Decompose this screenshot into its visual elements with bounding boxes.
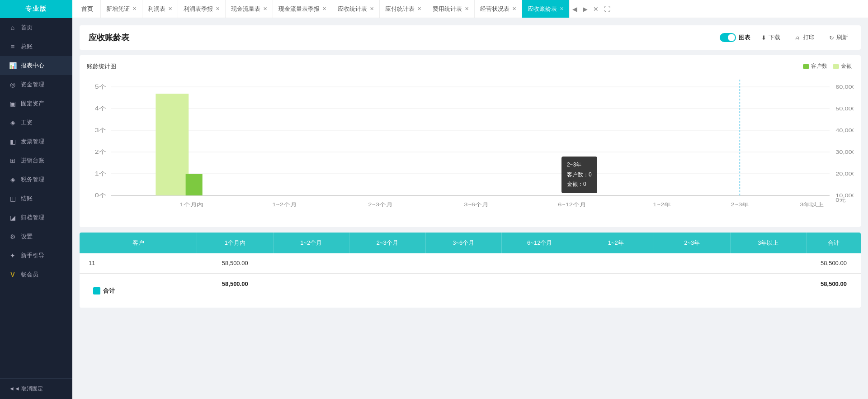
capital-icon: ◎ [9, 81, 16, 88]
legend-customers-color [803, 64, 809, 69]
tab-nav-prev[interactable]: ◀ [570, 0, 580, 18]
table-header: 客户 1个月内 1~2个月 2~3个月 3~6个月 6~12个月 1~2年 2~… [80, 233, 861, 253]
tab-ap-stat[interactable]: 应付统计表 ✕ [380, 0, 427, 18]
sidebar-item-label: 发票管理 [21, 138, 44, 146]
th-y2: 2~3年 [654, 233, 731, 253]
chart-svg: 5个 4个 3个 2个 1个 0个 60,000.00元 50,000.00元 … [87, 75, 854, 220]
svg-text:6~12个月: 6~12个月 [558, 202, 586, 208]
svg-text:5个: 5个 [95, 84, 106, 90]
page-content-area: 应收账龄表 图表 ⬇ 下载 🖨 打印 ↻ 刷新 [72, 18, 868, 399]
download-button[interactable]: ⬇ 下载 [758, 32, 784, 43]
close-tab-icon[interactable]: ✕ [417, 6, 421, 12]
sidebar-item-capital[interactable]: ◎ 资金管理 [0, 75, 72, 94]
sidebar-item-invoice[interactable]: ◧ 发票管理 [0, 132, 72, 151]
chart-legend: 客户数 金额 [803, 62, 852, 70]
th-total: 合计 [807, 233, 861, 253]
legend-customers: 客户数 [803, 62, 827, 70]
footer-total: 58,500.00 [807, 274, 861, 308]
svg-text:1~2个月: 1~2个月 [272, 202, 297, 208]
close-tab-icon[interactable]: ✕ [216, 6, 220, 12]
tab-ar-stat[interactable]: 应收统计表 ✕ [332, 0, 380, 18]
footer-y3plus [731, 274, 807, 308]
tab-voucher[interactable]: 新增凭证 ✕ [101, 0, 142, 18]
close-tab-icon[interactable]: ✕ [168, 6, 172, 12]
svg-text:2~3年: 2~3年 [731, 202, 749, 208]
tab-fullscreen[interactable]: ⛶ [601, 0, 613, 18]
tab-bar: 首页 新增凭证 ✕ 利润表 ✕ 利润表季报 ✕ 现金流量表 ✕ 现金流量表季报 … [72, 0, 868, 18]
sidebar-item-tax[interactable]: ◈ 税务管理 [0, 170, 72, 189]
close-tab-icon[interactable]: ✕ [322, 6, 326, 12]
close-tab-icon[interactable]: ✕ [132, 6, 137, 12]
td-m2 [274, 253, 350, 273]
print-button[interactable]: 🖨 打印 [791, 32, 818, 43]
tab-biz-stat[interactable]: 经营状况表 ✕ [475, 0, 522, 18]
home-icon: ⌂ [9, 24, 16, 31]
bar-customers-0 [186, 174, 203, 195]
footer-m2 [274, 274, 350, 308]
sales-icon: ⊞ [9, 157, 16, 164]
tab-profit-quarter[interactable]: 利润表季报 ✕ [178, 0, 226, 18]
sidebar-item-vip[interactable]: V 畅会员 [0, 265, 72, 284]
tab-home[interactable]: 首页 [74, 0, 101, 18]
footer-icon [93, 287, 100, 294]
th-y1: 1~2年 [578, 233, 655, 253]
tab-cashflow[interactable]: 现金流量表 ✕ [226, 0, 273, 18]
th-m6: 3~6个月 [426, 233, 502, 253]
svg-text:20,000.00元: 20,000.00元 [835, 171, 854, 177]
sidebar-item-salary[interactable]: ◈ 工资 [0, 113, 72, 132]
svg-text:60,000.00元: 60,000.00元 [835, 84, 854, 90]
invoice-icon: ◧ [9, 138, 16, 145]
svg-text:1个月内: 1个月内 [180, 202, 203, 208]
sidebar-item-guide[interactable]: ✦ 新手引导 [0, 246, 72, 265]
sidebar-item-sales[interactable]: ⊞ 进销台账 [0, 151, 72, 170]
svg-text:3个: 3个 [95, 127, 106, 133]
svg-text:30,000.00元: 30,000.00元 [835, 149, 854, 155]
tab-close-all[interactable]: ✕ [590, 0, 601, 18]
svg-text:0个: 0个 [95, 192, 106, 199]
close-tab-icon[interactable]: ✕ [263, 6, 267, 12]
footer-y2 [654, 274, 731, 308]
sidebar-item-settings[interactable]: ⚙ 设置 [0, 227, 72, 246]
sidebar-item-archive[interactable]: ◪ 归档管理 [0, 208, 72, 227]
table-footer: 合计 58,500.00 58,500.00 [80, 273, 861, 308]
th-m1: 1个月内 [197, 233, 274, 253]
chart-area: 账龄统计图 客户数 金额 5个 4个 3个 2个 1个 [80, 55, 861, 227]
chart-toggle[interactable]: 图表 [720, 33, 750, 42]
bar-amount-0 [156, 94, 189, 195]
tab-nav-next[interactable]: ▶ [580, 0, 590, 18]
tab-ar-aging[interactable]: 应收账龄表 ✕ [522, 0, 570, 18]
refresh-icon: ↻ [829, 34, 834, 41]
legend-customers-label: 客户数 [811, 62, 827, 70]
svg-text:40,000.00元: 40,000.00元 [835, 128, 854, 133]
refresh-button[interactable]: ↻ 刷新 [826, 32, 852, 43]
sidebar-item-reports[interactable]: 📊 报表中心 [0, 56, 72, 75]
sidebar-item-assets[interactable]: ▣ 固定资产 [0, 94, 72, 113]
sidebar-item-label: 税务管理 [21, 176, 44, 184]
sidebar-item-label: 归档管理 [21, 214, 44, 222]
sidebar-item-label: 进销台账 [21, 157, 44, 165]
th-y3plus: 3年以上 [731, 233, 807, 253]
salary-icon: ◈ [9, 119, 16, 126]
tab-expense-stat[interactable]: 费用统计表 ✕ [427, 0, 475, 18]
toggle-thumb [728, 34, 735, 41]
toggle-track[interactable] [720, 33, 736, 42]
close-tab-icon[interactable]: ✕ [370, 6, 374, 12]
close-tab-icon[interactable]: ✕ [512, 6, 516, 12]
toggle-label: 图表 [739, 33, 750, 42]
sidebar-item-ledger[interactable]: ≡ 总账 [0, 37, 72, 56]
tab-cashflow-quarter[interactable]: 现金流量表季报 ✕ [273, 0, 332, 18]
close-books-icon: ◫ [9, 195, 16, 202]
chart-container: 5个 4个 3个 2个 1个 0个 60,000.00元 50,000.00元 … [87, 75, 854, 220]
svg-text:2~3个月: 2~3个月 [368, 202, 392, 208]
sidebar-item-close[interactable]: ◫ 结账 [0, 189, 72, 208]
page-title: 应收账龄表 [89, 32, 129, 43]
close-tab-icon[interactable]: ✕ [465, 6, 469, 12]
sidebar: 专业版 ⌂ 首页 ≡ 总账 📊 报表中心 ◎ 资金管理 ▣ 固定资产 ◈ 工资 … [0, 0, 72, 399]
sidebar-item-label: 设置 [21, 233, 33, 241]
close-tab-icon[interactable]: ✕ [560, 6, 564, 12]
tax-icon: ◈ [9, 176, 16, 183]
sidebar-item-home[interactable]: ⌂ 首页 [0, 18, 72, 37]
sidebar-toggle-pin[interactable]: ◄◄ 取消固定 [0, 378, 72, 399]
tab-profit[interactable]: 利润表 ✕ [142, 0, 178, 18]
svg-text:3年以上: 3年以上 [800, 202, 823, 208]
